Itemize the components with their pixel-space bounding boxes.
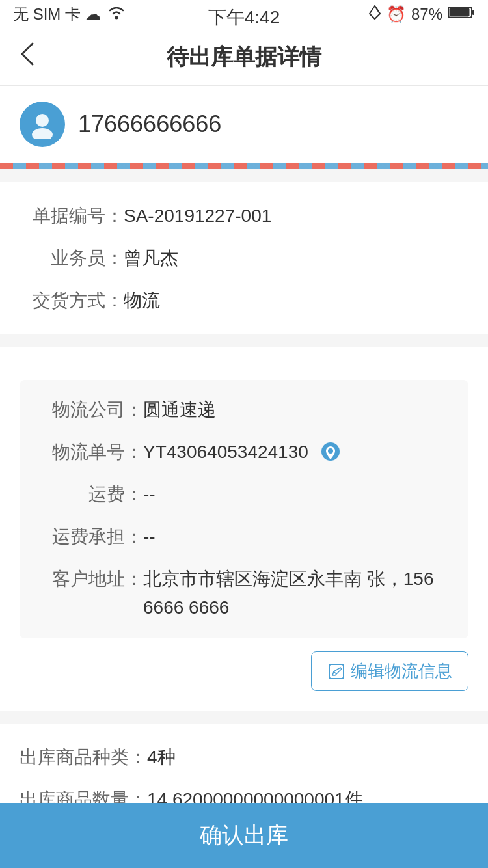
- svg-point-4: [36, 114, 49, 127]
- decorative-divider: [0, 163, 488, 169]
- address-value: 北京市市辖区海淀区永丰南 张，156 6666 6666: [143, 565, 449, 623]
- delivery-value: 物流: [124, 286, 468, 316]
- delivery-row: 交货方式： 物流: [20, 286, 468, 316]
- delivery-label: 交货方式：: [20, 286, 124, 316]
- salesman-row: 业务员： 曾凡杰: [20, 244, 468, 273]
- page-title: 待出库单据详情: [167, 42, 321, 72]
- battery-label: 87%: [411, 5, 442, 23]
- tracking-location-icon[interactable]: [319, 441, 342, 465]
- logistics-company-row: 物流公司： 圆通速递: [39, 396, 449, 425]
- order-info-section: 单据编号： SA-20191227-001 业务员： 曾凡杰 交货方式： 物流: [0, 182, 488, 334]
- logistics-company-label: 物流公司：: [39, 396, 143, 425]
- salesman-label: 业务员：: [20, 244, 124, 273]
- tracking-label: 物流单号：: [39, 438, 143, 467]
- battery-icon: [448, 5, 475, 23]
- freight-bear-label: 运费承担：: [39, 522, 143, 552]
- nav-bar: 待出库单据详情: [0, 29, 488, 86]
- order-no-row: 单据编号： SA-20191227-001: [20, 202, 468, 231]
- freight-value: --: [143, 480, 449, 509]
- edit-btn-label: 编辑物流信息: [351, 660, 452, 683]
- alarm-icon: ⏰: [386, 5, 406, 23]
- status-bar: 无 SIM 卡 ☁ 下午4:42 ⏰ 87%: [0, 0, 488, 29]
- freight-row: 运费： --: [39, 480, 449, 509]
- goods-type-label: 出库商品种类：: [20, 743, 147, 772]
- customer-section: 17666666666: [0, 86, 488, 163]
- tracking-row: 物流单号： YT43064053424130: [39, 438, 449, 467]
- edit-btn-row: 编辑物流信息: [20, 651, 468, 691]
- svg-point-7: [328, 448, 333, 454]
- wifi-icon: [107, 5, 126, 23]
- svg-rect-2: [472, 10, 474, 15]
- edit-icon: [327, 662, 346, 681]
- back-button[interactable]: [20, 41, 35, 73]
- svg-rect-3: [450, 8, 470, 17]
- goods-type-value: 4种: [147, 743, 468, 772]
- order-no-label: 单据编号：: [20, 202, 124, 231]
- tracking-value: YT43064053424130: [143, 438, 449, 467]
- freight-label: 运费：: [39, 480, 143, 509]
- logistics-section: 物流公司： 圆通速递 物流单号： YT43064053424130 运费： --: [0, 347, 488, 711]
- svg-point-0: [115, 16, 118, 20]
- status-time: 下午4:42: [208, 5, 280, 30]
- salesman-value: 曾凡杰: [124, 244, 468, 273]
- customer-phone: 17666666666: [78, 111, 221, 138]
- edit-logistics-button[interactable]: 编辑物流信息: [311, 651, 468, 691]
- status-left: 无 SIM 卡 ☁: [13, 4, 126, 25]
- logistics-company-value: 圆通速递: [143, 396, 449, 425]
- address-label: 客户地址：: [39, 565, 143, 594]
- confirm-button[interactable]: 确认出库: [0, 803, 488, 868]
- freight-bear-value: --: [143, 522, 449, 552]
- svg-rect-8: [329, 664, 344, 679]
- status-right: ⏰ 87%: [368, 5, 475, 24]
- logistics-card: 物流公司： 圆通速递 物流单号： YT43064053424130 运费： --: [20, 380, 468, 638]
- sim-label: 无 SIM 卡 ☁: [13, 4, 101, 25]
- order-no-value: SA-20191227-001: [124, 202, 468, 231]
- address-row: 客户地址： 北京市市辖区海淀区永丰南 张，156 6666 6666: [39, 565, 449, 623]
- location-active-icon: [368, 5, 381, 24]
- avatar: [20, 102, 65, 147]
- goods-type-row: 出库商品种类： 4种: [20, 743, 468, 772]
- svg-point-5: [32, 128, 53, 139]
- freight-bear-row: 运费承担： --: [39, 522, 449, 552]
- confirm-btn-label: 确认出库: [200, 821, 288, 850]
